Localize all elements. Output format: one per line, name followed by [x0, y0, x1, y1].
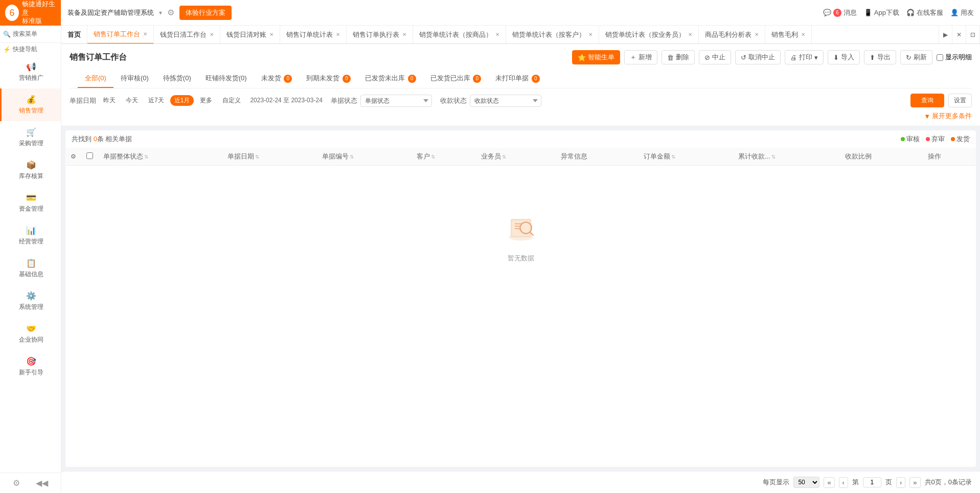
tab-close-sales-stats[interactable]: ✕: [336, 32, 340, 37]
subtab-shipped-stored[interactable]: 已发货已出库 0: [423, 70, 489, 88]
sidebar-item-inventory[interactable]: 📦 库存核算: [0, 154, 61, 187]
tab-sales-profit[interactable]: 销售毛利 ✕: [765, 26, 812, 44]
cancel-stop-btn[interactable]: ↺ 取消中止: [735, 50, 781, 64]
table-scroll-container[interactable]: ⚙ 单据整体状态⇅ 单据日期⇅ 单据编号⇅ 客户⇅ 业务员⇅ 异常信息 订单金额…: [65, 148, 976, 304]
sidebar-item-marketing[interactable]: 📢 营销推广: [0, 56, 61, 88]
subtab-not-printed[interactable]: 未打印单据 0: [488, 70, 547, 88]
tab-sales-exec[interactable]: 销售订单执行表 ✕: [347, 26, 413, 44]
tab-home[interactable]: 首页: [61, 26, 87, 44]
sidebar-item-basic-info[interactable]: 📋 基础信息: [0, 252, 61, 285]
messages-btn[interactable]: 💬 6 消息: [823, 8, 857, 17]
subtab-all[interactable]: 全部(0): [78, 70, 113, 88]
date-btn-7days[interactable]: 近7天: [144, 95, 168, 106]
tab-sales-summary-product[interactable]: 销货单统计表（按商品） ✕: [413, 26, 506, 44]
tab-close-sales-profit[interactable]: ✕: [801, 32, 805, 37]
settings-bottom-icon[interactable]: ⚙: [13, 478, 20, 488]
user-btn[interactable]: 👤 用友: [950, 8, 974, 17]
inventory-icon: 📦: [26, 160, 36, 170]
page-prev-btn[interactable]: ‹: [839, 477, 848, 488]
sort-customer[interactable]: ⇅: [431, 154, 435, 160]
subtab-overdue-not-shipped[interactable]: 到期未发货 0: [299, 70, 358, 88]
page-next-btn[interactable]: ›: [896, 477, 905, 488]
tab-close-sales-exec[interactable]: ✕: [402, 32, 406, 37]
sidebar-search[interactable]: 🔍 搜索菜单: [0, 26, 61, 43]
sidebar-item-cooperation[interactable]: 🤝 企业协同: [0, 318, 61, 350]
date-btn-custom[interactable]: 自定义: [218, 95, 245, 106]
delete-btn[interactable]: 🗑 删除: [662, 50, 695, 64]
date-btn-1month[interactable]: 近1月: [170, 95, 194, 106]
sidebar-item-sales[interactable]: 💰 销售管理: [0, 88, 61, 121]
filter-settings-btn[interactable]: 设置: [948, 94, 972, 107]
show-detail-checkbox[interactable]: [937, 54, 943, 61]
sort-status[interactable]: ⇅: [144, 154, 148, 160]
status-select[interactable]: 单据状态: [360, 95, 432, 107]
query-btn[interactable]: 查询: [910, 94, 944, 107]
sidebar-item-finance[interactable]: 💳 资金管理: [0, 187, 61, 219]
online-service-btn[interactable]: 🎧 在线客服: [906, 8, 943, 17]
page-size-select[interactable]: 20 50 100: [793, 477, 819, 488]
sidebar-item-guide[interactable]: 🎯 新手引导: [0, 350, 61, 383]
sort-date[interactable]: ⇅: [255, 154, 259, 160]
tab-maximize[interactable]: ⊡: [966, 26, 980, 44]
tab-sales-stats[interactable]: 销售订单统计表 ✕: [280, 26, 347, 44]
tab-close-summary-product[interactable]: ✕: [495, 32, 499, 37]
topbar-settings-icon[interactable]: ⚙: [167, 8, 174, 17]
industry-solution-btn[interactable]: 体验行业方案: [179, 6, 232, 20]
add-btn[interactable]: ＋ 新增: [624, 50, 657, 64]
tab-close-gross-profit[interactable]: ✕: [755, 32, 759, 37]
date-btn-today[interactable]: 今天: [122, 95, 142, 106]
stop-btn[interactable]: ⊘ 中止: [699, 50, 731, 64]
tab-close-all[interactable]: ✕: [952, 26, 966, 44]
sidebar-item-operations[interactable]: 📊 经营管理: [0, 219, 61, 252]
tab-sales-summary-staff[interactable]: 销货单统计表（按业务员） ✕: [599, 26, 699, 44]
tab-close-summary-staff[interactable]: ✕: [688, 32, 692, 37]
tab-cash-reconcile[interactable]: 钱货日清对账 ✕: [220, 26, 280, 44]
app-download-btn[interactable]: 📱 App下载: [864, 8, 899, 17]
page-first-btn[interactable]: «: [824, 477, 834, 488]
select-all-checkbox[interactable]: [86, 152, 93, 159]
import-btn[interactable]: ⬇ 导入: [828, 50, 860, 64]
topbar-dropdown-icon[interactable]: ▾: [159, 9, 162, 16]
sidebar-item-purchase[interactable]: 🛒 采购管理: [0, 121, 61, 154]
sort-amount[interactable]: ⇅: [671, 154, 675, 160]
sort-number[interactable]: ⇅: [350, 154, 354, 160]
subtab-wangpu-pending[interactable]: 旺铺待发货(0): [198, 70, 254, 88]
subtab-pending-review[interactable]: 待审核(0): [113, 70, 156, 88]
th-checkbox[interactable]: [81, 148, 98, 166]
subtab-shipped-not-stored[interactable]: 已发货未出库 0: [358, 70, 423, 88]
page-last-btn[interactable]: »: [909, 477, 920, 488]
subtab-not-shipped[interactable]: 未发货 0: [254, 70, 300, 88]
export-btn[interactable]: ⬆ 导出: [864, 50, 896, 64]
page-number-input[interactable]: [863, 477, 881, 487]
th-settings[interactable]: ⚙: [65, 148, 81, 166]
tab-close-summary-customer[interactable]: ✕: [588, 32, 592, 37]
tab-gross-profit[interactable]: 商品毛利分析表 ✕: [699, 26, 765, 44]
subtab-pending-pickup[interactable]: 待拣货(0): [156, 70, 198, 88]
collapse-icon[interactable]: ◀◀: [36, 478, 48, 488]
print-btn[interactable]: 🖨 打印 ▾: [785, 50, 824, 64]
tab-close-sales-workbench[interactable]: ✕: [143, 31, 147, 37]
tab-close-cash-reconcile[interactable]: ✕: [269, 32, 274, 37]
refresh-btn[interactable]: ↻ 刷新: [900, 50, 932, 64]
sort-staff[interactable]: ⇅: [502, 154, 506, 160]
audit-action[interactable]: 审核: [901, 135, 920, 144]
sort-received[interactable]: ⇅: [771, 154, 776, 160]
logo-icon: 6: [5, 5, 19, 21]
ship-action[interactable]: 发货: [951, 135, 970, 144]
cancel-audit-action[interactable]: 弃审: [926, 135, 945, 144]
payment-select[interactable]: 收款状态: [470, 95, 541, 107]
show-detail-checkbox-label[interactable]: 显示明细: [937, 53, 972, 62]
filter-action-buttons: 查询 设置: [910, 94, 972, 107]
date-btn-more[interactable]: 更多: [196, 95, 216, 106]
sidebar-item-system[interactable]: ⚙️ 系统管理: [0, 285, 61, 318]
tab-scroll-right[interactable]: ▶: [939, 26, 952, 44]
quick-nav[interactable]: ⚡ 快捷导航: [0, 43, 61, 56]
tab-sales-workbench[interactable]: 销售订单工作台 ✕: [87, 26, 154, 44]
smart-create-btn[interactable]: ⭐ 智能生单: [572, 50, 620, 64]
tab-cash-daily[interactable]: 钱货日清工作台 ✕: [154, 26, 220, 44]
expand-btn[interactable]: ▼ 展开更多条件: [924, 111, 972, 121]
tab-close-cash-daily[interactable]: ✕: [210, 32, 214, 37]
tab-sales-summary-customer[interactable]: 销货单统计表（按客户） ✕: [506, 26, 599, 44]
empty-icon: [500, 207, 541, 248]
date-btn-yesterday[interactable]: 昨天: [99, 95, 120, 106]
